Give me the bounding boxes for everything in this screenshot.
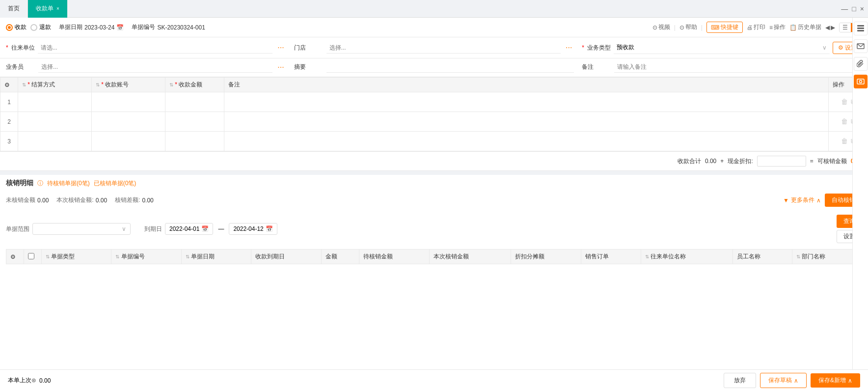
history-btn[interactable]: 📋 历史单据 xyxy=(789,23,821,31)
filter-icon: ▼ xyxy=(783,197,789,204)
amount-cell-1[interactable] xyxy=(165,92,224,112)
more-conditions-btn[interactable]: ▼ 更多条件 ∧ xyxy=(783,196,821,204)
help-icon: ⊙ xyxy=(679,24,684,31)
remark-field: 备注 xyxy=(582,61,862,73)
cash-discount-label: 现金折扣: xyxy=(728,157,753,166)
btcol-amount: 金额 xyxy=(322,250,359,264)
btcol-checkbox xyxy=(24,250,42,264)
summary-input[interactable] xyxy=(326,61,574,73)
this-time-value: 0.00 xyxy=(96,197,107,204)
date-calendar-icon[interactable]: 📅 xyxy=(116,24,124,31)
row-num-3: 3 xyxy=(0,132,18,151)
method-cell-3[interactable] xyxy=(18,132,92,151)
method-cell-2[interactable] xyxy=(18,112,92,132)
delete-icon-1[interactable]: 🗑 xyxy=(841,98,848,106)
keyboard-icon: ⌨ xyxy=(711,24,719,31)
range-select[interactable]: ∨ xyxy=(32,223,131,235)
collection-table-section: ⚙ ⇅ 结算方式 ⇅ 收款账号 ⇅ 收款金额 备注 操作 xyxy=(0,77,868,152)
radio-circle-collection xyxy=(6,24,13,31)
info-icon[interactable]: ⓘ xyxy=(37,179,43,188)
note-cell-2[interactable] xyxy=(224,112,829,132)
select-all-checkbox[interactable] xyxy=(28,253,34,259)
done-tab[interactable]: 已核销单据(0笔) xyxy=(94,179,136,188)
summary-field: 摘要 xyxy=(294,61,574,73)
save-new-btn[interactable]: 保存&新增 ∧ xyxy=(811,373,860,388)
col-settings-header[interactable]: ⚙ xyxy=(0,78,18,92)
sidebar-screenshot-icon[interactable] xyxy=(854,75,868,88)
abandon-btn[interactable]: 放弃 xyxy=(724,373,756,388)
save-draft-chevron: ∧ xyxy=(794,377,798,384)
range-label: 单据范围 xyxy=(6,225,29,233)
video-btn[interactable]: ⊙ 视频 xyxy=(652,23,670,31)
account-cell-3[interactable] xyxy=(92,132,165,151)
account-cell-1[interactable] xyxy=(92,92,165,112)
history-icon: 📋 xyxy=(789,24,797,31)
btcol-this-time: 本次核销金额 xyxy=(430,250,511,264)
sort-icon3: ⇅ xyxy=(169,82,173,87)
verify-header: 核销明细 ⓘ 待核销单据(0笔) 已核销单据(0笔) xyxy=(6,179,862,188)
prev-arrow[interactable]: ◀ xyxy=(825,24,830,31)
operation-btn[interactable]: ≡ 操作 xyxy=(769,23,786,31)
col-method-label: 结算方式 xyxy=(27,81,55,88)
save-draft-label: 保存草稿 xyxy=(768,376,792,385)
shortcut-label: 快捷键 xyxy=(721,23,738,31)
radio-refund[interactable]: 退款 xyxy=(30,23,51,31)
btcol-gear[interactable]: ⚙ xyxy=(6,250,24,264)
help-btn[interactable]: ⊙ 帮助 xyxy=(679,23,697,31)
footer: 本单上次⊙ 0.00 放弃 保存草稿 ∧ 保存&新增 ∧ xyxy=(0,369,868,391)
amount-cell-3[interactable] xyxy=(165,132,224,151)
tab-current[interactable]: 收款单 × xyxy=(28,0,67,18)
radio-collection[interactable]: 收款 xyxy=(6,23,27,31)
tab-bar: 首页 收款单 × — □ × xyxy=(0,0,868,18)
salesperson-input[interactable] xyxy=(38,61,272,73)
footer-right: 放弃 保存草稿 ∧ 保存&新增 ∧ xyxy=(724,373,860,388)
close-btn[interactable]: × xyxy=(860,5,864,13)
cash-discount-input[interactable] xyxy=(757,156,806,167)
method-cell-1[interactable] xyxy=(18,92,92,112)
svg-rect-0 xyxy=(857,25,864,27)
note-cell-3[interactable] xyxy=(224,132,829,151)
radio-group: 收款 退款 xyxy=(6,23,51,31)
pending-tab[interactable]: 待核销单据(0笔) xyxy=(47,179,90,188)
maximize-btn[interactable]: □ xyxy=(852,5,856,13)
window-controls: — □ × xyxy=(841,5,868,13)
due-date-from[interactable]: 2022-04-01 📅 xyxy=(165,223,213,235)
diff-amount: 核销差额: 0.00 xyxy=(115,196,154,204)
date-from-value: 2022-04-01 xyxy=(169,225,199,232)
account-cell-2[interactable] xyxy=(92,112,165,132)
list-view-btn[interactable]: ☰ xyxy=(840,23,851,32)
counterparty-label: * xyxy=(6,44,8,51)
tab-close-icon[interactable]: × xyxy=(56,6,59,11)
delete-icon-2[interactable]: 🗑 xyxy=(841,117,848,126)
tab-home[interactable]: 首页 xyxy=(0,0,28,18)
shortcut-btn[interactable]: ⌨ 快捷键 xyxy=(706,22,743,33)
summary-label: 摘要 xyxy=(294,63,324,71)
amount-cell-2[interactable] xyxy=(165,112,224,132)
section-separator xyxy=(0,171,868,175)
main-content: 收款 退款 单据日期 2023-03-24 📅 单据编号 SK-20230324… xyxy=(0,18,868,391)
minimize-btn[interactable]: — xyxy=(841,5,848,13)
radio-dot xyxy=(8,26,11,29)
sidebar-table-icon[interactable] xyxy=(854,22,868,35)
due-date-to[interactable]: 2022-04-12 📅 xyxy=(229,223,277,235)
number-label: 单据编号 xyxy=(132,23,155,31)
counterparty-more-btn[interactable]: ··· xyxy=(275,43,286,52)
tab-home-label: 首页 xyxy=(8,4,20,13)
biz-required: * xyxy=(582,44,584,51)
sidebar-mail-icon[interactable] xyxy=(854,39,868,53)
next-arrow[interactable]: ▶ xyxy=(831,24,835,31)
store-more-btn[interactable]: ··· xyxy=(564,43,574,52)
collection-total-value: 0.00 xyxy=(705,158,716,165)
note-cell-1[interactable] xyxy=(224,92,829,112)
counterparty-input[interactable] xyxy=(38,42,273,54)
btcol-discount: 折扣分摊额 xyxy=(511,250,581,264)
store-input[interactable] xyxy=(326,42,561,54)
delete-icon-3[interactable]: 🗑 xyxy=(841,137,848,145)
print-btn[interactable]: 🖨 打印 xyxy=(747,23,765,31)
this-order-value: 0.00 xyxy=(39,377,51,384)
sidebar-paperclip-icon[interactable] xyxy=(854,57,868,71)
remark-input[interactable] xyxy=(614,61,862,73)
biz-type-select[interactable]: 预收款 ∨ xyxy=(614,41,830,54)
salesperson-more-btn[interactable]: ··· xyxy=(275,63,286,72)
save-draft-btn[interactable]: 保存草稿 ∧ xyxy=(760,373,807,388)
